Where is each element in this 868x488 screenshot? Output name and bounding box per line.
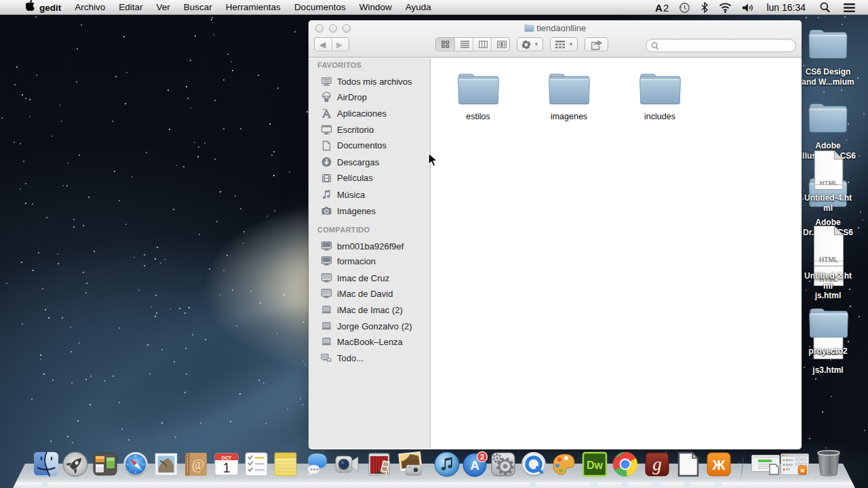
svg-text:@: @ (192, 457, 204, 472)
svg-text:OCT: OCT (222, 455, 233, 460)
svg-text:Ж: Ж (712, 457, 726, 472)
svg-text:HTML: HTML (819, 256, 838, 264)
svg-text:Ж: Ж (800, 468, 805, 473)
svg-text:g: g (652, 454, 662, 474)
svg-text:1: 1 (222, 460, 230, 475)
svg-text:FTP: FTP (786, 468, 790, 471)
svg-text:Dw: Dw (587, 460, 604, 471)
svg-text:2: 2 (480, 453, 484, 461)
svg-text:Apache: Apache (786, 459, 793, 462)
svg-text:HTML: HTML (820, 179, 838, 186)
svg-text:MySQL: MySQL (786, 464, 793, 466)
